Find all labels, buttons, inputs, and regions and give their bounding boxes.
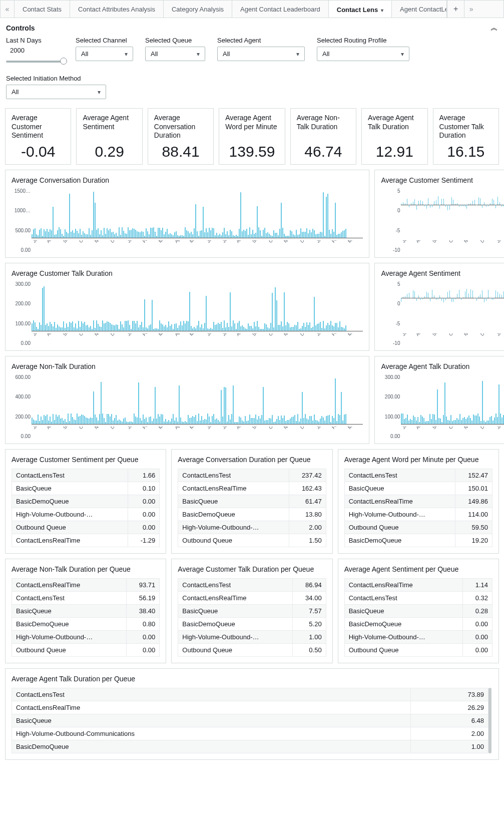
- table-row[interactable]: ContactLensRealTime-1.29: [12, 534, 160, 547]
- table-row[interactable]: BasicDemoQueue1.00: [12, 740, 488, 753]
- table-title: Average Customer Sentiment per Queue: [12, 456, 160, 464]
- table-row[interactable]: BasicDemoQueue0.00: [12, 495, 160, 508]
- table-title: Average Customer Talk Duration per Queue: [178, 565, 326, 573]
- table-row[interactable]: BasicQueue0.28: [344, 604, 492, 617]
- agent-select[interactable]: All▾: [217, 47, 305, 61]
- chart-title: Average Agent Talk Duration: [381, 362, 504, 370]
- chevron-down-icon: ▾: [197, 51, 200, 58]
- add-tab-button[interactable]: +: [447, 1, 464, 18]
- chart-avgCustTalk: Average Customer Talk Duration300.00200.…: [5, 263, 369, 351]
- tabs-scroll-left-icon[interactable]: «: [1, 1, 15, 18]
- table-row[interactable]: BasicDemoQueue5.20: [178, 617, 326, 630]
- channel-select[interactable]: All▾: [76, 47, 133, 61]
- chevron-down-icon: ▾: [296, 51, 299, 58]
- kpi-cust-talk: Average Customer Talk Duration16.15: [433, 108, 499, 165]
- chart-plot[interactable]: [32, 188, 363, 238]
- chart-title: Average Agent Sentiment: [381, 269, 504, 277]
- kpi-nontalk: Average Non-Talk Duration46.74: [290, 108, 356, 165]
- table-row[interactable]: Outbound Queue0.00: [12, 521, 160, 534]
- table-row[interactable]: High-Volume-Outbound-…0.00: [12, 630, 160, 643]
- table-row[interactable]: ContactLensTest237.42: [178, 469, 326, 482]
- table-row[interactable]: ContactLensRealTime1.14: [344, 578, 492, 591]
- ctrl-initiation: Selected Initiation Method All▾: [6, 75, 106, 99]
- table-card: Average Non-Talk Duration per QueueConta…: [5, 559, 166, 663]
- chart-avgAgentSentiment: Average Agent Sentiment50-5-10Jul 1…Aug …: [374, 263, 504, 351]
- table-row[interactable]: Outbound Queue0.00: [344, 643, 492, 656]
- table-row[interactable]: ContactLensTest152.47: [344, 469, 492, 482]
- tabs-scroll-right-icon[interactable]: »: [464, 1, 478, 18]
- controls-panel: Last N Days 2000 Selected Channel All▾ S…: [0, 34, 504, 106]
- table-row[interactable]: BasicQueue0.10: [12, 482, 160, 495]
- table-title: Average Agent Word per Minute per Queue: [344, 456, 492, 464]
- table-row[interactable]: Outbound Queue0.50: [178, 643, 326, 656]
- table-row[interactable]: ContactLensRealTime34.00: [178, 591, 326, 604]
- table-row[interactable]: High-Volume-Outbound-…2.00: [178, 521, 326, 534]
- tab-category-analysis[interactable]: Category Analysis: [164, 1, 232, 18]
- tab-bar: « Contact Stats Contact Attributes Analy…: [0, 0, 504, 18]
- ctrl-routing: Selected Routing Profile All▾: [317, 37, 409, 63]
- table-row[interactable]: ContactLensRealTime149.86: [344, 495, 492, 508]
- table-row[interactable]: High-Volume-Outbound-Communications2.00: [12, 727, 488, 740]
- chart-avgCustSentiment: Average Customer Sentiment50-5-10Jul 1…A…: [374, 170, 504, 258]
- table-row[interactable]: BasicQueue6.48: [12, 714, 488, 727]
- tab-contact-lens[interactable]: Contact Lens▾: [329, 1, 392, 18]
- chart-title: Average Non-Talk Duration: [12, 362, 363, 370]
- initiation-method-select[interactable]: All▾: [6, 85, 106, 99]
- table-row[interactable]: High-Volume-Outbound-…1.00: [178, 630, 326, 643]
- chart-plot[interactable]: [32, 281, 363, 331]
- table-title: Average Non-Talk Duration per Queue: [12, 565, 160, 573]
- tab-contact-attributes[interactable]: Contact Attributes Analysis: [70, 1, 164, 18]
- table-row[interactable]: Outbound Queue1.50: [178, 534, 326, 547]
- chart-row: Average Non-Talk Duration600.00400.00200…: [0, 356, 504, 449]
- table-row[interactable]: BasicDemoQueue13.80: [178, 508, 326, 521]
- queue-select[interactable]: All▾: [145, 47, 205, 61]
- tab-agent-contactlens[interactable]: Agent ContactLens I: [392, 1, 447, 18]
- chart-row: Average Conversation Duration1500…1000…5…: [0, 170, 504, 263]
- kpi-conv-duration: Average Conversation Duration88.41: [148, 108, 214, 165]
- table-row[interactable]: BasicQueue61.47: [178, 495, 326, 508]
- table-row[interactable]: High-Volume-Outbound-…0.00: [12, 508, 160, 521]
- chart-plot[interactable]: [401, 281, 504, 331]
- table-row[interactable]: ContactLensTest56.19: [12, 591, 160, 604]
- table-row[interactable]: ContactLensTest0.32: [344, 591, 492, 604]
- table-card: Average Conversation Duration per QueueC…: [171, 449, 332, 554]
- table-row[interactable]: High-Volume-Outbound-…114.00: [344, 508, 492, 521]
- table-row[interactable]: BasicDemoQueue19.20: [344, 534, 492, 547]
- table-row[interactable]: ContactLensRealTime162.43: [178, 482, 326, 495]
- table-row[interactable]: BasicDemoQueue0.80: [12, 617, 160, 630]
- table-row[interactable]: ContactLensRealTime93.71: [12, 578, 160, 591]
- kpi-row: Average Customer Sentiment-0.04 Average …: [0, 106, 504, 170]
- table-title: Average Conversation Duration per Queue: [178, 456, 326, 464]
- chart-title: Average Customer Sentiment: [381, 176, 504, 184]
- ctrl-channel: Selected Channel All▾: [76, 37, 133, 63]
- chart-avgAgentTalk: Average Agent Talk Duration300.00200.001…: [374, 356, 504, 444]
- collapse-controls-icon[interactable]: ︽: [490, 23, 498, 33]
- chart-row: Average Customer Talk Duration300.00200.…: [0, 263, 504, 356]
- kpi-agent-sentiment: Average Agent Sentiment0.29: [76, 108, 142, 165]
- table-row[interactable]: ContactLensTest86.94: [178, 578, 326, 591]
- chart-plot[interactable]: [32, 374, 363, 425]
- table-card: Average Customer Talk Duration per Queue…: [171, 559, 332, 663]
- kpi-agent-talk: Average Agent Talk Duration12.91: [361, 108, 427, 165]
- chart-avgConvDuration: Average Conversation Duration1500…1000…5…: [5, 170, 369, 258]
- tab-agent-leaderboard[interactable]: Agent Contact Leaderboard: [232, 1, 329, 18]
- chart-plot[interactable]: [401, 188, 504, 238]
- last-n-days-value: 2000: [6, 47, 64, 54]
- scrollbar[interactable]: [488, 688, 491, 753]
- table-row[interactable]: ContactLensRealTime26.29: [12, 701, 488, 714]
- table-row[interactable]: ContactLensTest1.66: [12, 469, 160, 482]
- table-row[interactable]: Outbound Queue0.00: [12, 643, 160, 656]
- table-row[interactable]: High-Volume-Outbound-…0.00: [344, 630, 492, 643]
- table-row[interactable]: BasicQueue150.01: [344, 482, 492, 495]
- routing-profile-select[interactable]: All▾: [317, 47, 409, 61]
- last-n-days-slider[interactable]: [6, 61, 64, 63]
- tab-contact-stats[interactable]: Contact Stats: [15, 1, 70, 18]
- table-row[interactable]: ContactLensTest73.89: [12, 688, 488, 701]
- table-row[interactable]: BasicQueue7.57: [178, 604, 326, 617]
- chart-plot[interactable]: [401, 374, 504, 425]
- table-row[interactable]: BasicQueue38.40: [12, 604, 160, 617]
- ctrl-last-n-days: Last N Days 2000: [6, 37, 64, 63]
- table-row[interactable]: Outbound Queue59.50: [344, 521, 492, 534]
- table-row[interactable]: BasicDemoQueue0.00: [344, 617, 492, 630]
- table-title: Average Agent Sentiment per Queue: [344, 565, 492, 573]
